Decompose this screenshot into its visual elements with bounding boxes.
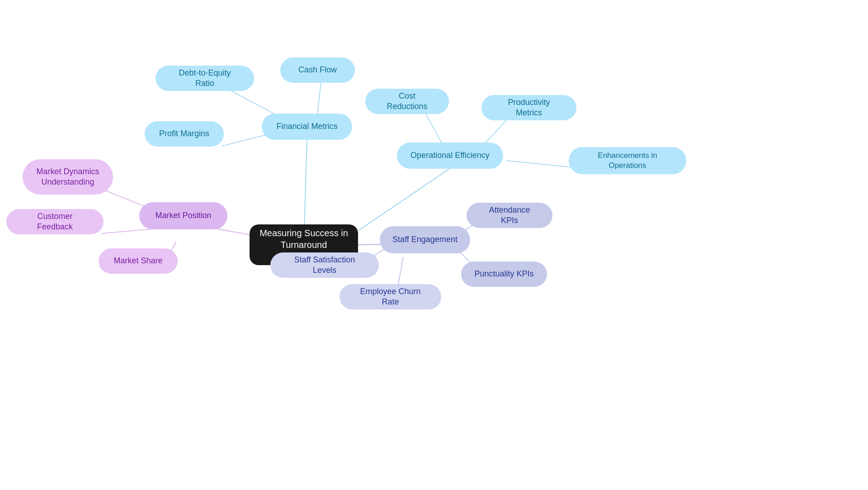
debt-equity-node: Debt-to-Equity Ratio	[156, 66, 254, 91]
employee-churn-node: Employee Churn Rate	[340, 284, 441, 309]
svg-line-4	[358, 167, 452, 231]
productivity-metrics-node: Productivity Metrics	[481, 95, 576, 120]
profit-margins-node: Profit Margins	[145, 121, 224, 147]
enhancements-node: Enhancements in Operations	[569, 147, 686, 174]
customer-feedback-node: Customer Feedback	[6, 209, 104, 234]
market-share-node: Market Share	[99, 248, 178, 274]
cash-flow-node: Cash Flow	[280, 57, 355, 83]
punctuality-kpis-node: Punctuality KPIs	[461, 262, 547, 287]
market-dynamics-node: Market Dynamics Understanding	[23, 159, 113, 195]
staff-engagement-node: Staff Engagement	[380, 226, 470, 253]
svg-line-3	[222, 133, 271, 146]
market-position-node: Market Position	[139, 202, 227, 229]
cost-reductions-node: Cost Reductions	[365, 89, 449, 114]
financial-metrics-node: Financial Metrics	[262, 114, 352, 140]
svg-line-7	[506, 161, 574, 167]
staff-satisfaction-node: Staff Satisfaction Levels	[270, 252, 379, 278]
attendance-kpis-node: Attendance KPIs	[467, 203, 552, 228]
operational-efficiency-node: Operational Efficiency	[397, 143, 503, 169]
svg-line-10	[101, 228, 158, 233]
